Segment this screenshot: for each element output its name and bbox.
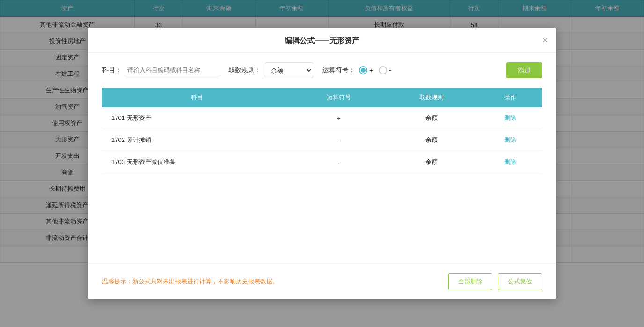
operator-group: 运算符号： + - [322,66,391,74]
delete-link[interactable]: 删除 [504,158,516,165]
formula-action: 删除 [478,151,542,173]
table-row: 1702 累计摊销-余额删除 [102,129,542,151]
page-container: 资产行次期末余额年初余额负债和所有者权益行次期末余额年初余额 其他非流动金融资产… [0,0,644,327]
delete-link[interactable]: 删除 [504,136,516,143]
delete-all-button[interactable]: 全部删除 [448,273,492,290]
modal-dialog: 编辑公式——无形资产 × 科目： 取数规则： 余额 借方发生额 贷方发生额 [88,28,556,299]
reset-button[interactable]: 公式复位 [498,273,542,290]
rule-group: 取数规则： 余额 借方发生额 贷方发生额 [228,62,313,78]
delete-link[interactable]: 删除 [504,114,516,121]
formula-subject: 1701 无形资产 [102,107,293,129]
radio-minus-circle [379,66,387,74]
formula-subject: 1702 累计摊销 [102,129,293,151]
add-button[interactable]: 添加 [506,62,542,78]
radio-plus-label: + [369,67,373,74]
formula-table: 科目运算符号取数规则操作 1701 无形资产+余额删除1702 累计摊销-余额删… [102,88,542,173]
subject-label: 科目： [102,66,122,74]
modal-close-button[interactable]: × [542,36,548,45]
table-row: 1703 无形资产减值准备-余额删除 [102,151,542,173]
operator-radio-group: + - [359,66,391,74]
modal-table-header: 操作 [478,88,542,107]
radio-minus[interactable]: - [379,66,391,74]
formula-rule: 余额 [385,151,478,173]
formula-subject: 1703 无形资产减值准备 [102,151,293,173]
table-row: 1701 无形资产+余额删除 [102,107,542,129]
modal-footer: 温馨提示：新公式只对未出报表进行计算，不影响历史报表数据。 全部删除 公式复位 [88,263,556,299]
modal-title: 编辑公式——无形资产 [285,36,359,46]
formula-operator: + [293,107,385,129]
footer-tip-text: 温馨提示：新公式只对未出报表进行计算，不影响历史报表数据。 [102,278,278,285]
rule-select[interactable]: 余额 借方发生额 贷方发生额 [265,62,313,78]
formula-rule: 余额 [385,129,478,151]
formula-rule: 余额 [385,107,478,129]
modal-table-header: 取数规则 [385,88,478,107]
modal-table-wrapper: 科目运算符号取数规则操作 1701 无形资产+余额删除1702 累计摊销-余额删… [88,88,556,254]
modal-table-header: 运算符号 [293,88,385,107]
radio-plus[interactable]: + [359,66,373,74]
subject-input[interactable] [125,62,219,78]
formula-action: 删除 [478,107,542,129]
modal-table-header: 科目 [102,88,293,107]
radio-minus-label: - [389,67,391,74]
rule-select-wrapper: 余额 借方发生额 贷方发生额 [265,62,313,78]
modal-header: 编辑公式——无形资产 × [88,28,556,53]
formula-operator: - [293,151,385,173]
radio-plus-circle [359,66,367,74]
formula-operator: - [293,129,385,151]
subject-group: 科目： [102,62,219,78]
footer-buttons: 全部删除 公式复位 [448,273,542,290]
operator-label: 运算符号： [322,66,355,74]
formula-action: 删除 [478,129,542,151]
footer-tip: 温馨提示：新公式只对未出报表进行计算，不影响历史报表数据。 [102,277,278,286]
modal-overlay: 编辑公式——无形资产 × 科目： 取数规则： 余额 借方发生额 贷方发生额 [0,0,644,327]
rule-label: 取数规则： [228,66,261,74]
form-row: 科目： 取数规则： 余额 借方发生额 贷方发生额 运算符号： [88,53,556,88]
